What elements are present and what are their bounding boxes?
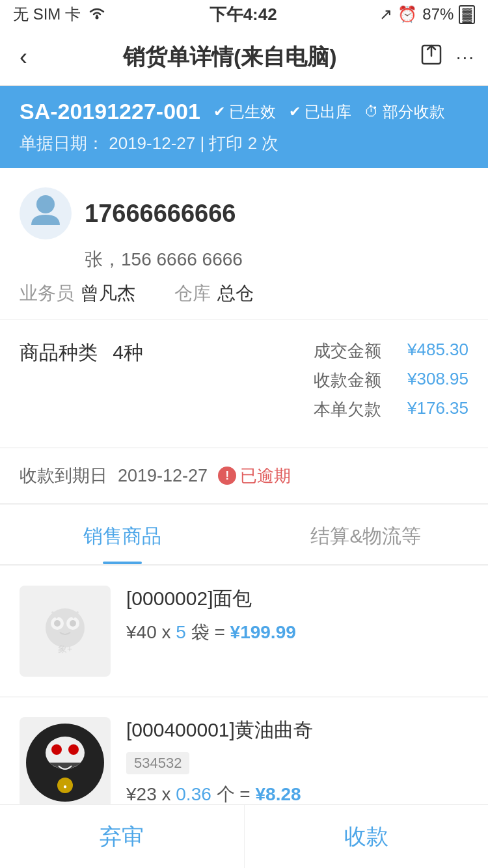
svg-point-3 [46, 608, 85, 647]
category-value: 4种 [113, 342, 143, 363]
check-icon: ✔ [213, 103, 225, 120]
product-name-2: [000400001]黄油曲奇 [126, 717, 468, 744]
status-left: 无 SIM 卡 [13, 4, 107, 25]
due-date-value: 2019-12-27 [118, 466, 208, 486]
deal-value: ¥485.30 [407, 340, 468, 362]
clock-icon: ⏱ [364, 103, 379, 120]
check-icon-2: ✔ [289, 103, 301, 120]
avatar [20, 187, 72, 239]
stats-section: 商品种类 4种 成交金额 ¥485.30 收款金额 ¥308.95 本单欠款 ¥… [0, 320, 488, 447]
svg-point-0 [96, 16, 99, 20]
more-button[interactable]: ··· [456, 47, 475, 68]
alarm-icon: ⏰ [398, 5, 417, 23]
tab-sales-products[interactable]: 销售商品 [0, 505, 244, 564]
product-name-1: [0000002]面包 [126, 586, 468, 612]
order-header-banner: SA-20191227-001 ✔ 已生效 ✔ 已出库 ⏱ 部分收款 单据日期：… [0, 86, 488, 168]
page-title: 销货单详情(来自电脑) [40, 42, 420, 72]
received-value: ¥308.95 [407, 369, 468, 392]
due-date-label: 收款到期日 [20, 464, 107, 487]
deal-label: 成交金额 [314, 340, 381, 362]
status-right: ↗ ⏰ 87% ▓ [379, 5, 475, 24]
nav-bar: ‹ 销货单详情(来自电脑) ··· [0, 29, 488, 86]
product-qty-1: 5 [176, 622, 186, 642]
product-qty-2: 0.36 [176, 784, 211, 804]
banner-row1: SA-20191227-001 ✔ 已生效 ✔ 已出库 ⏱ 部分收款 [20, 99, 468, 124]
status-time: 下午4:42 [210, 3, 277, 26]
customer-meta: 业务员 曾凡杰 仓库 总仓 [20, 281, 468, 306]
tabs-section: 销售商品 结算&物流等 [0, 505, 488, 565]
order-date: 2019-12-27 [109, 133, 195, 153]
warehouse-value: 总仓 [217, 281, 254, 306]
svg-point-11 [51, 744, 62, 755]
bottom-bar: 弃审 收款 [0, 804, 488, 868]
order-id: SA-20191227-001 [20, 99, 200, 124]
sales-value: 曾凡杰 [81, 281, 135, 306]
wifi-icon [87, 5, 107, 23]
svg-text:●: ● [63, 783, 67, 790]
product-price-2: ¥23 x 0.36 个 = ¥8.28 [126, 782, 468, 807]
user-icon [26, 190, 65, 237]
tab-settlement[interactable]: 结算&物流等 [244, 505, 488, 564]
product-image-1: 象+ [20, 586, 111, 677]
banner-row2: 单据日期： 2019-12-27 | 打印 2 次 [20, 132, 468, 155]
product-info-1: [0000002]面包 ¥40 x 5 袋 = ¥199.99 [126, 586, 468, 645]
svg-point-12 [68, 744, 79, 755]
customer-section: 17666666666 张，156 6666 6666 业务员 曾凡杰 仓库 总… [0, 168, 488, 319]
sales-meta: 业务员 曾凡杰 [20, 281, 135, 306]
print-count: 打印 2 次 [209, 133, 278, 153]
date-label: 单据日期： [20, 133, 104, 153]
owed-label: 本单欠款 [314, 398, 381, 421]
customer-sub-info: 张，156 6666 6666 [20, 247, 468, 272]
product-total-1: ¥199.99 [230, 622, 296, 642]
badge-shipped: ✔ 已出库 [289, 102, 351, 122]
sales-label: 业务员 [20, 281, 74, 306]
svg-point-6 [54, 620, 61, 627]
battery-icon: ▓ [459, 5, 475, 24]
amount-stats: 成交金额 ¥485.30 收款金额 ¥308.95 本单欠款 ¥176.35 [314, 340, 468, 427]
svg-point-2 [36, 195, 55, 213]
list-item: 象+ [0000002]面包 ¥40 x 5 袋 = ¥199.99 [0, 566, 488, 696]
battery-level: 87% [422, 5, 454, 23]
badge-effective: ✔ 已生效 [213, 102, 276, 122]
nav-actions: ··· [420, 43, 475, 72]
warehouse-label: 仓库 [174, 281, 211, 306]
svg-text:象+: 象+ [58, 644, 72, 654]
due-date-section: 收款到期日 2019-12-27 ! 已逾期 [0, 448, 488, 504]
overdue-icon: ! [218, 467, 236, 485]
sim-status: 无 SIM 卡 [13, 4, 81, 25]
received-label: 收款金额 [314, 369, 381, 392]
product-image-2: ● [20, 717, 111, 808]
owed-value: ¥176.35 [407, 398, 468, 421]
badge-partial: ⏱ 部分收款 [364, 102, 445, 122]
category-label: 商品种类 [20, 342, 98, 363]
product-total-2: ¥8.28 [255, 784, 301, 804]
owed-amount-row: 本单欠款 ¥176.35 [314, 398, 468, 421]
location-icon: ↗ [379, 5, 392, 23]
overdue-text: 已逾期 [240, 465, 291, 487]
product-tag-2: 534532 [126, 752, 189, 774]
deal-amount-row: 成交金额 ¥485.30 [314, 340, 468, 362]
product-info-2: [000400001]黄油曲奇 534532 ¥23 x 0.36 个 = ¥8… [126, 717, 468, 807]
received-amount-row: 收款金额 ¥308.95 [314, 369, 468, 392]
collect-button[interactable]: 收款 [245, 805, 489, 868]
customer-phone: 17666666666 [85, 200, 236, 228]
tabs-row: 销售商品 结算&物流等 [0, 505, 488, 565]
back-button[interactable]: ‹ [13, 37, 40, 77]
warehouse-meta: 仓库 总仓 [174, 281, 254, 306]
category-stat: 商品种类 4种 [20, 340, 143, 366]
overdue-badge: ! 已逾期 [218, 465, 291, 487]
share-button[interactable] [420, 43, 443, 72]
cancel-review-button[interactable]: 弃审 [0, 805, 245, 868]
product-price-1: ¥40 x 5 袋 = ¥199.99 [126, 620, 468, 645]
svg-point-7 [70, 620, 76, 627]
customer-row: 17666666666 [20, 187, 468, 239]
status-bar: 无 SIM 卡 下午4:42 ↗ ⏰ 87% ▓ [0, 0, 488, 29]
